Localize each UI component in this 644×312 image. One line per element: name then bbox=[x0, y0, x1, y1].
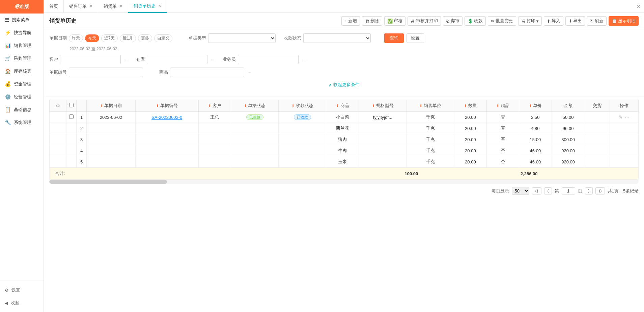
col-doc-date[interactable]: ⬆ 单据日期 bbox=[87, 100, 135, 112]
select-all-checkbox[interactable] bbox=[69, 103, 74, 107]
sidebar-collapse-btn[interactable]: ◀ 收起 bbox=[0, 296, 44, 309]
tab-home[interactable]: 首页 bbox=[44, 0, 64, 13]
row-checkbox[interactable] bbox=[69, 114, 74, 119]
cell-quantity: 20.00 bbox=[454, 134, 486, 145]
cell-sales-unit: 千克 bbox=[407, 156, 454, 167]
filter-area: 单据日期 昨天 今天 近7天 近1月 更多 自定义 单据类型 收款状态 bbox=[44, 29, 644, 97]
scrollbar-thumb[interactable] bbox=[49, 180, 167, 184]
more-icon[interactable]: ⋯ bbox=[625, 114, 629, 120]
sidebar: 标准版 ☰ 搜索菜单 ⚡ 快捷导航 📊 销售管理 🛒 采购管理 🏠 库存核算 💰… bbox=[0, 0, 44, 312]
col-unit-price[interactable]: ⬆ 单价 bbox=[519, 100, 552, 112]
new-button[interactable]: + 新增 bbox=[341, 16, 360, 26]
table-row: 3 猪肉 千克 20.00 否 15.00 300.00 bbox=[50, 134, 639, 145]
cell-doc-no bbox=[135, 145, 198, 156]
summary-total-amount: 2,286.00 bbox=[521, 171, 538, 176]
next-page-button[interactable]: ⟩ bbox=[585, 187, 593, 194]
col-checkbox bbox=[66, 100, 77, 112]
cell-unit-price: 4.80 bbox=[519, 123, 552, 134]
col-sales-unit[interactable]: ⬆ 销售单位 bbox=[407, 100, 454, 112]
sidebar-item-finance[interactable]: 💰 资金管理 bbox=[0, 78, 44, 90]
date-tag-7days[interactable]: 近7天 bbox=[101, 34, 118, 42]
edit-icon[interactable]: ✎ bbox=[619, 114, 623, 120]
sidebar-item-purchase-mgmt[interactable]: 🛒 采购管理 bbox=[0, 52, 44, 65]
tab-sales-order[interactable]: 销售订单 ✕ bbox=[64, 0, 98, 13]
staff-input[interactable] bbox=[238, 55, 299, 64]
cell-amount: 96.00 bbox=[552, 123, 585, 134]
cell-doc-date bbox=[87, 123, 135, 134]
settings-button[interactable]: 设置 bbox=[407, 33, 424, 43]
col-gift[interactable]: ⬆ 赠品 bbox=[487, 100, 519, 112]
import-icon: ⬆ bbox=[547, 19, 551, 24]
per-page-select[interactable]: 50 100 200 bbox=[512, 187, 529, 195]
cell-action: ✎ ⋯ bbox=[610, 112, 639, 123]
date-tag-1month[interactable]: 近1月 bbox=[120, 34, 136, 42]
date-tag-yesterday[interactable]: 昨天 bbox=[69, 34, 83, 42]
col-customer[interactable]: ⬆ 客户 bbox=[198, 100, 231, 112]
date-tag-custom[interactable]: 自定义 bbox=[154, 34, 172, 42]
col-doc-no[interactable]: ⬆ 单据编号 bbox=[135, 100, 198, 112]
sidebar-item-basic-info[interactable]: 📋 基础信息 bbox=[0, 103, 44, 116]
refresh-button[interactable]: ↻ 刷新 bbox=[587, 16, 607, 26]
cell-transaction bbox=[585, 156, 610, 167]
close-window-icon[interactable]: ✕ bbox=[637, 4, 641, 9]
sidebar-item-sales-mgmt[interactable]: 📊 销售管理 bbox=[0, 39, 44, 52]
collect-button[interactable]: 💲 收款 bbox=[465, 16, 486, 26]
horizontal-scrollbar[interactable] bbox=[49, 180, 639, 184]
sidebar-settings-btn[interactable]: ⚙ 设置 bbox=[0, 284, 44, 296]
col-doc-status[interactable]: ⬆ 单据状态 bbox=[231, 100, 278, 112]
query-button[interactable]: 查询 bbox=[384, 33, 404, 43]
collapse-button[interactable]: ∧ 收起更多条件 bbox=[329, 80, 360, 89]
tab-sales-delivery-close[interactable]: ✕ bbox=[119, 4, 122, 8]
goods-input[interactable] bbox=[170, 68, 244, 77]
review-print-button[interactable]: 🖨 审核并打印 bbox=[408, 16, 441, 26]
doc-type-select[interactable] bbox=[208, 33, 276, 43]
col-spec[interactable]: ⬆ 规格型号 bbox=[359, 100, 407, 112]
tab-sales-order-close[interactable]: ✕ bbox=[89, 4, 92, 8]
date-tag-more[interactable]: 更多 bbox=[138, 34, 152, 42]
page-number-input[interactable] bbox=[562, 187, 575, 194]
prev-page-button[interactable]: ⟨ bbox=[544, 187, 552, 194]
staff-dots[interactable]: ··· bbox=[302, 57, 306, 62]
sidebar-item-system-mgmt[interactable]: 🔧 系统管理 bbox=[0, 116, 44, 129]
tab-sales-history[interactable]: 销货单历史 ✕ bbox=[128, 0, 167, 13]
show-detail-button[interactable]: 📋 显示明细 bbox=[609, 16, 639, 26]
col-goods[interactable]: ⬆ 商品 bbox=[326, 100, 359, 112]
filter-row-2: 客户 ··· 仓库 ··· 业务员 ··· bbox=[49, 55, 639, 64]
delete-button[interactable]: 🗑 删除 bbox=[362, 16, 382, 26]
export-button[interactable]: ⬇ 导出 bbox=[565, 16, 585, 26]
import-button[interactable]: ⬆ 导入 bbox=[544, 16, 563, 26]
print-button[interactable]: 🖨 打印 ▾ bbox=[518, 16, 542, 26]
doc-no-link[interactable]: SA-20230602-0 bbox=[151, 115, 182, 120]
ops-icon: ⚙️ bbox=[5, 94, 11, 100]
tab-sales-delivery[interactable]: 销货单 ✕ bbox=[98, 0, 128, 13]
goods-dots[interactable]: ··· bbox=[248, 70, 251, 75]
sidebar-item-search-menu[interactable]: ☰ 搜索菜单 bbox=[0, 14, 44, 26]
summary-label: 合计: bbox=[55, 171, 65, 177]
review-button[interactable]: ✅ 审核 bbox=[384, 16, 405, 26]
date-tag-today[interactable]: 今天 bbox=[85, 34, 99, 42]
cell-transaction bbox=[585, 134, 610, 145]
customer-input[interactable] bbox=[60, 55, 121, 64]
cell-goods: 猪肉 bbox=[326, 134, 359, 145]
goods-label: 商品 bbox=[159, 69, 168, 75]
first-page-button[interactable]: ⟨⟨ bbox=[532, 187, 541, 194]
warehouse-dots[interactable]: ··· bbox=[211, 57, 215, 62]
tab-sales-history-close[interactable]: ✕ bbox=[158, 4, 161, 8]
cell-checkbox bbox=[66, 123, 77, 134]
batch-change-button[interactable]: ✏ 批量变更 bbox=[488, 16, 516, 26]
col-gear[interactable]: ⚙ bbox=[50, 100, 66, 112]
sidebar-item-quick-nav[interactable]: ⚡ 快捷导航 bbox=[0, 26, 44, 39]
customer-dots[interactable]: ··· bbox=[124, 57, 128, 62]
last-page-button[interactable]: ⟩⟩ bbox=[595, 187, 605, 194]
docno-input[interactable] bbox=[69, 68, 143, 77]
col-payment-status[interactable]: ⬆ 收款状态 bbox=[279, 100, 326, 112]
cell-quantity: 20.00 bbox=[454, 123, 486, 134]
sidebar-item-inventory[interactable]: 🏠 库存核算 bbox=[0, 65, 44, 78]
warehouse-input[interactable] bbox=[147, 55, 207, 64]
col-quantity[interactable]: ⬆ 数量 bbox=[454, 100, 486, 112]
page-unit: 页 bbox=[578, 188, 582, 194]
sidebar-item-ops[interactable]: ⚙️ 经营管理 bbox=[0, 90, 44, 103]
abandon-button[interactable]: ⊘ 弃审 bbox=[443, 16, 463, 26]
payment-status-select[interactable] bbox=[303, 33, 371, 43]
cell-gift: 否 bbox=[487, 156, 519, 167]
